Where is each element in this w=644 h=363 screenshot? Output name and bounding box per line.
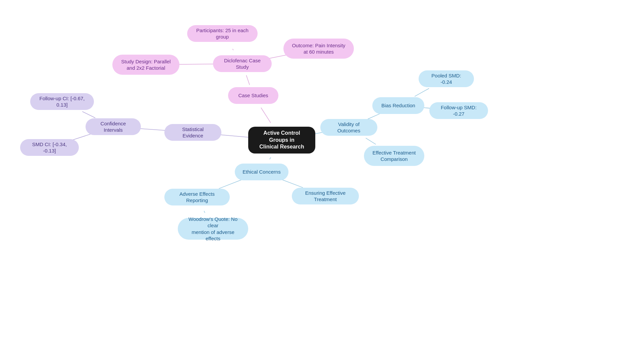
mindmap-container: Active Control Groups inClinical Researc… [0, 0, 644, 363]
node-center: Active Control Groups inClinical Researc… [248, 127, 315, 154]
node-bias_reduction: Bias Reduction [372, 97, 424, 114]
node-ethical_concerns: Ethical Concerns [235, 164, 288, 180]
svg-line-7 [82, 112, 95, 118]
node-effective_treatment_comparison: Effective TreatmentComparison [364, 146, 424, 166]
svg-line-2 [232, 49, 233, 50]
svg-line-1 [246, 75, 250, 85]
svg-line-17 [280, 179, 303, 188]
node-participants: Participants: 25 in each group [187, 25, 258, 42]
svg-line-10 [368, 113, 381, 119]
node-followup_ci: Follow-up CI: [-0.67, 0.13] [30, 93, 94, 110]
node-adverse_effects: Adverse Effects Reporting [164, 189, 230, 205]
svg-line-13 [366, 138, 376, 144]
node-statistical_evidence: Statistical Evidence [164, 124, 221, 141]
svg-line-14 [270, 158, 271, 160]
svg-line-0 [261, 108, 271, 123]
node-diclofenac: Diclofenac Case Study [213, 55, 272, 72]
node-smd_ci: SMD CI: [-0.34, -0.13] [20, 139, 79, 156]
node-validity_outcomes: Validity of Outcomes [320, 119, 377, 136]
node-ensuring_treatment: Ensuring Effective Treatment [292, 188, 359, 204]
node-followup_smd: Follow-up SMD: -0.27 [429, 102, 488, 119]
svg-line-11 [415, 88, 429, 97]
node-pooled_smd: Pooled SMD: -0.24 [419, 70, 474, 87]
svg-line-16 [204, 211, 205, 213]
node-confidence_intervals: Confidence Intervals [86, 118, 141, 135]
node-woodrow_quote: Woodrow's Quote: No clearmention of adve… [178, 218, 248, 240]
svg-line-15 [219, 179, 244, 188]
node-study_design: Study Design: Parallel and 2x2 Factorial [112, 55, 179, 75]
node-outcome: Outcome: Pain Intensity at 60 minutes [283, 39, 354, 59]
node-case_studies: Case Studies [228, 87, 278, 104]
